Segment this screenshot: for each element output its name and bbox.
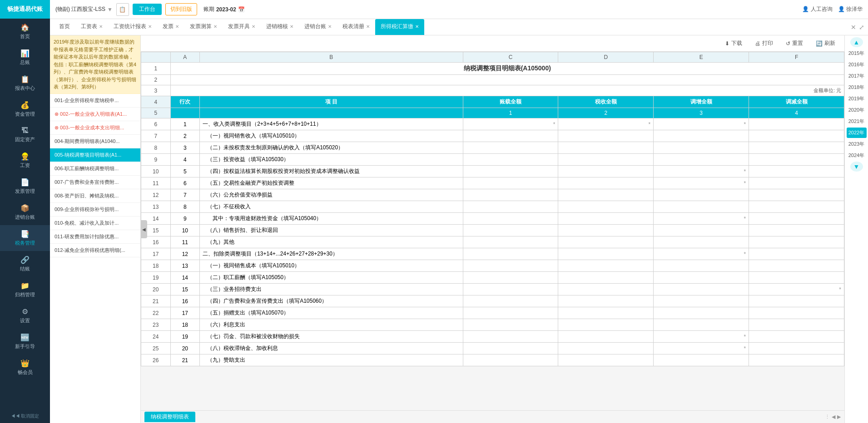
value-cell[interactable]: * xyxy=(463,118,558,130)
value-cell[interactable] xyxy=(749,142,844,154)
sidebar-item-member[interactable]: 👑 畅会员 xyxy=(0,354,50,380)
tab-close-btn[interactable]: ✕ xyxy=(213,24,217,29)
value-cell[interactable]: * xyxy=(654,331,749,343)
year-2021[interactable]: 2021年 xyxy=(847,116,867,127)
sidebar-item-guide[interactable]: 🆕 新手引导 xyxy=(0,329,50,354)
value-cell[interactable] xyxy=(654,260,749,272)
value-cell[interactable] xyxy=(654,154,749,166)
value-cell[interactable] xyxy=(654,130,749,142)
value-cell[interactable] xyxy=(749,307,844,319)
value-cell[interactable] xyxy=(654,236,749,248)
year-2024[interactable]: 2024年 xyxy=(847,150,867,161)
value-cell[interactable] xyxy=(749,354,844,366)
value-cell[interactable]: * xyxy=(654,118,749,130)
value-cell[interactable] xyxy=(463,343,558,354)
menu-item-009[interactable]: 009-企业所得税弥补亏损明... xyxy=(50,203,140,216)
value-cell[interactable] xyxy=(654,284,749,295)
sidebar-item-invoice[interactable]: 📄 发票管理 xyxy=(0,173,50,199)
old-version-btn[interactable]: 切到旧版 xyxy=(165,3,197,15)
sidebar-item-home[interactable]: 🏠 首页 xyxy=(0,19,50,44)
sidebar-pin-btn[interactable]: ◀◀ 取消固定 xyxy=(0,409,50,423)
tab-close-btn[interactable]: ✕ xyxy=(366,24,370,29)
value-cell[interactable]: * xyxy=(558,118,654,130)
panel-collapse-btn[interactable]: ◀ xyxy=(141,220,147,238)
value-cell[interactable] xyxy=(463,213,558,225)
value-cell[interactable] xyxy=(558,319,654,331)
sidebar-item-reports[interactable]: 📋 报表中心 xyxy=(0,70,50,96)
refresh-btn[interactable]: 🔄 刷新 xyxy=(812,38,839,49)
tab-maximize-btn[interactable]: ⤢ xyxy=(859,24,864,31)
tab-purchase-ledger[interactable]: 进销台账 ✕ xyxy=(299,19,337,35)
year-2020[interactable]: 2020年 xyxy=(847,105,867,115)
value-cell[interactable]: * xyxy=(749,284,844,295)
sidebar-item-archive[interactable]: 📁 归档管理 xyxy=(0,277,50,303)
menu-item-008[interactable]: 008-资产折旧、摊销及纳税... xyxy=(50,189,140,203)
value-cell[interactable] xyxy=(558,189,654,201)
year-2016[interactable]: 2016年 xyxy=(847,59,867,70)
menu-item-005[interactable]: 005-纳税调整项目明细表(A1... xyxy=(50,148,140,162)
year-2018[interactable]: 2018年 xyxy=(847,82,867,93)
print-btn[interactable]: 🖨 打印 xyxy=(751,38,777,49)
value-cell[interactable] xyxy=(463,260,558,272)
year-2019[interactable]: 2019年 xyxy=(847,93,867,104)
value-cell[interactable] xyxy=(749,343,844,354)
value-cell[interactable] xyxy=(558,166,654,177)
value-cell[interactable] xyxy=(463,130,558,142)
value-cell[interactable] xyxy=(558,225,654,236)
menu-item-002[interactable]: ⊗ 002-一般企业收入明细表(A1... xyxy=(50,108,140,121)
value-cell[interactable]: * xyxy=(654,177,749,189)
menu-item-010[interactable]: 010-免税、减计收入及加计... xyxy=(50,216,140,230)
value-cell[interactable] xyxy=(654,189,749,201)
scroll-right-btn[interactable]: ▶ xyxy=(837,414,841,420)
value-cell[interactable] xyxy=(558,201,654,213)
sidebar-item-inventory[interactable]: 📦 进销台账 xyxy=(0,199,50,225)
copy-btn[interactable]: 📋 xyxy=(116,3,129,16)
menu-item-011[interactable]: 011-研发费用加计扣除优惠... xyxy=(50,230,140,244)
value-cell[interactable] xyxy=(558,284,654,295)
value-cell[interactable] xyxy=(749,154,844,166)
year-2023[interactable]: 2023年 xyxy=(847,139,867,149)
value-cell[interactable] xyxy=(463,307,558,319)
value-cell[interactable] xyxy=(463,284,558,295)
sidebar-item-settings[interactable]: ⚙ 设置 xyxy=(0,303,50,329)
tab-close-all-btn[interactable]: ✕ xyxy=(851,24,856,31)
value-cell[interactable] xyxy=(463,177,558,189)
value-cell[interactable]: * xyxy=(654,248,749,260)
spreadsheet-container[interactable]: A B C D E F 1 纳税调整项目明细表(A105000) xyxy=(141,52,844,410)
value-cell[interactable] xyxy=(558,343,654,354)
value-cell[interactable] xyxy=(749,189,844,201)
tab-close-btn[interactable]: ✕ xyxy=(290,24,293,29)
value-cell[interactable] xyxy=(463,331,558,343)
tab-close-btn[interactable]: ✕ xyxy=(148,24,152,29)
user-avatar[interactable]: 👤 徐泽华 xyxy=(838,5,863,13)
value-cell[interactable] xyxy=(654,201,749,213)
value-cell[interactable] xyxy=(749,331,844,343)
value-cell[interactable] xyxy=(463,236,558,248)
value-cell[interactable] xyxy=(749,260,844,272)
tab-payroll-stats[interactable]: 工资统计报表 ✕ xyxy=(108,19,157,35)
year-2015[interactable]: 2015年 xyxy=(847,48,867,59)
value-cell[interactable] xyxy=(749,248,844,260)
sidebar-item-finance[interactable]: 💰 资金管理 xyxy=(0,96,50,122)
menu-item-007[interactable]: 007-广告费和业务宣传费附... xyxy=(50,176,140,189)
sidebar-item-payroll[interactable]: 👷 工资 xyxy=(0,148,50,173)
value-cell[interactable] xyxy=(558,177,654,189)
value-cell[interactable]: * xyxy=(654,343,749,354)
tab-invoice-issue[interactable]: 发票开具 ✕ xyxy=(223,19,261,35)
value-cell[interactable] xyxy=(654,272,749,284)
value-cell[interactable] xyxy=(463,354,558,366)
tab-payslip[interactable]: 工资表 ✕ xyxy=(75,19,108,35)
tab-close-btn[interactable]: ✕ xyxy=(415,24,419,29)
value-cell[interactable] xyxy=(749,295,844,307)
value-cell[interactable] xyxy=(749,236,844,248)
sidebar-item-tax[interactable]: 📑 税务管理 xyxy=(0,225,50,251)
value-cell[interactable] xyxy=(463,154,558,166)
sidebar-item-ledger[interactable]: 📊 总账 xyxy=(0,44,50,70)
sidebar-item-close[interactable]: 🔗 结账 xyxy=(0,251,50,277)
menu-item-004[interactable]: 004-期间费用明细表(A1040... xyxy=(50,135,140,148)
tab-tax-register[interactable]: 税表清册 ✕ xyxy=(337,19,375,35)
value-cell[interactable] xyxy=(749,177,844,189)
tab-invoice-calc[interactable]: 发票测算 ✕ xyxy=(184,19,223,35)
value-cell[interactable] xyxy=(558,236,654,248)
value-cell[interactable] xyxy=(558,213,654,225)
